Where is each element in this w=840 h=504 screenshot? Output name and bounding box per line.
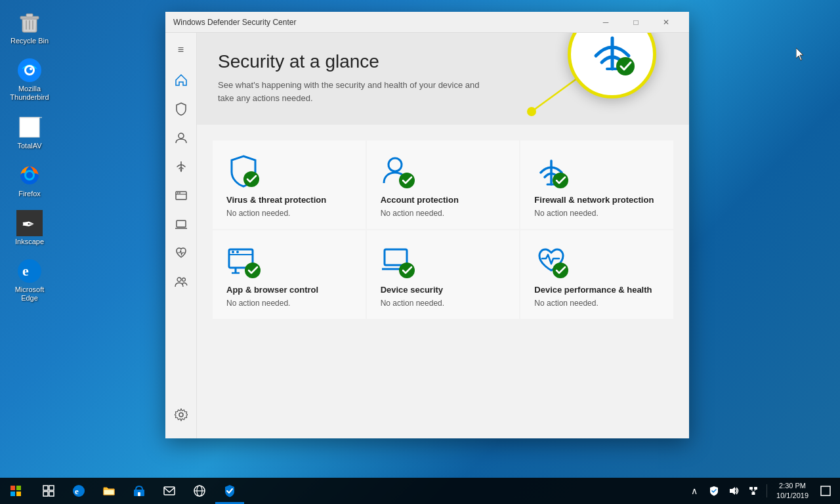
windows-start-icon <box>10 486 21 496</box>
card-title-virus: Virus & threat protection <box>226 195 352 206</box>
svg-rect-74 <box>754 487 757 490</box>
svg-rect-58 <box>16 492 21 496</box>
sidebar-menu-button[interactable]: ≡ <box>168 38 194 62</box>
taskbar-clock[interactable]: 2:30 PM 10/1/2019 <box>771 478 814 504</box>
card-firewall-protection[interactable]: Firewall & network protection No action … <box>520 140 673 229</box>
notification-button[interactable] <box>816 478 835 504</box>
start-button[interactable] <box>0 478 32 504</box>
sidebar-item-firewall[interactable] <box>168 154 194 180</box>
sidebar-bottom <box>168 402 194 433</box>
svg-rect-78 <box>821 486 830 495</box>
desktop: Recycle Bin MozillaThunderbird <box>0 0 840 504</box>
card-virus-protection[interactable]: Virus & threat protection No action need… <box>213 140 366 229</box>
svg-rect-62 <box>49 492 54 496</box>
svg-rect-68 <box>164 487 175 495</box>
desktop-icon-inkscape[interactable]: ✒ Inkscape <box>7 207 52 249</box>
sidebar-item-device[interactable] <box>168 211 194 238</box>
minimize-button[interactable]: ─ <box>591 12 621 33</box>
svg-rect-75 <box>752 492 755 495</box>
taskbar-defender[interactable] <box>215 478 244 504</box>
tray-divider <box>766 484 767 497</box>
svg-point-29 <box>177 278 181 282</box>
network-protection-large-icon <box>586 33 639 81</box>
highlight-circle <box>568 33 656 98</box>
desktop-icon-edge[interactable]: e MicrosoftEdge <box>7 255 52 305</box>
card-title-account: Account protection <box>381 195 506 206</box>
device-health-icon <box>534 244 568 278</box>
sidebar-item-account[interactable] <box>168 125 194 151</box>
svg-point-54 <box>553 262 568 278</box>
recycle-bin-label: Recycle Bin <box>10 37 49 45</box>
svg-rect-61 <box>43 492 48 496</box>
svg-rect-56 <box>16 486 21 490</box>
card-status-browser: No action needed. <box>226 299 352 308</box>
notification-icon <box>820 486 831 496</box>
taskbar-explorer[interactable] <box>94 478 123 504</box>
svg-point-25 <box>177 192 178 194</box>
window-controls: ─ □ ✕ <box>591 12 681 33</box>
svg-point-17 <box>18 259 41 283</box>
close-button[interactable]: ✕ <box>651 12 681 33</box>
taskbar-task-view[interactable] <box>34 478 63 504</box>
card-browser-control[interactable]: App & browser control No action needed. <box>213 230 366 319</box>
tray-defender[interactable] <box>705 478 723 504</box>
taskbar-store[interactable] <box>125 478 154 504</box>
sidebar-item-browser[interactable] <box>168 182 194 209</box>
globe-icon <box>193 484 206 497</box>
browser-control-icon <box>226 244 261 278</box>
desktop-icon-recycle-bin[interactable]: Recycle Bin <box>7 7 52 48</box>
defender-tray-icon <box>709 486 719 496</box>
defender-taskbar-icon <box>223 484 236 497</box>
svg-point-38 <box>388 158 402 171</box>
tray-volume[interactable] <box>724 478 743 504</box>
svg-point-31 <box>179 413 183 417</box>
shield-nav-icon <box>175 102 188 116</box>
thunderbird-icon <box>16 57 43 83</box>
sidebar-item-home[interactable] <box>168 67 194 93</box>
heart-nav-icon <box>175 247 188 260</box>
card-account-protection[interactable]: Account protection No action needed. <box>367 140 520 229</box>
svg-point-9 <box>30 68 32 70</box>
sidebar-item-health[interactable] <box>168 240 194 266</box>
main-content: Security at a glance See what's happenin… <box>197 33 689 438</box>
card-title-browser: App & browser control <box>226 285 352 296</box>
svg-marker-72 <box>730 487 735 495</box>
svg-point-33 <box>527 107 536 116</box>
device-security-icon <box>381 244 415 278</box>
sidebar-item-settings[interactable] <box>168 402 194 428</box>
tray-chevron[interactable]: ∧ <box>685 478 704 504</box>
edge-taskbar-icon: e <box>72 484 85 497</box>
svg-point-42 <box>553 173 568 188</box>
card-title-device-security: Device security <box>381 285 506 296</box>
card-device-security[interactable]: Device security No action needed. <box>367 230 520 319</box>
card-device-health[interactable]: Device performance & health No action ne… <box>520 230 673 319</box>
svg-point-46 <box>236 251 239 253</box>
firefox-label: Firefox <box>18 190 41 198</box>
svg-rect-59 <box>43 486 48 490</box>
window-titlebar: Windows Defender Security Center ─ □ ✕ <box>165 12 689 33</box>
svg-point-45 <box>232 251 234 253</box>
tray-network[interactable] <box>744 478 763 504</box>
taskbar-tray: ∧ <box>685 478 763 504</box>
chevron-up-icon: ∧ <box>691 486 698 496</box>
svg-point-37 <box>243 171 259 187</box>
thunderbird-label: MozillaThunderbird <box>10 85 49 102</box>
desktop-icon-firefox[interactable]: Firefox <box>7 159 52 201</box>
card-status-device-health: No action needed. <box>534 299 660 308</box>
svg-point-53 <box>399 262 415 278</box>
desktop-icon-thunderbird[interactable]: MozillaThunderbird <box>7 54 52 104</box>
person-nav-icon <box>175 131 188 144</box>
taskbar-mail[interactable] <box>155 478 184 504</box>
edge-icon-desktop: e <box>16 258 43 284</box>
card-status-account: No action needed. <box>381 209 506 218</box>
taskbar-edge[interactable]: e <box>64 478 93 504</box>
desktop-icon-totalav[interactable]: TotalAV <box>7 112 52 153</box>
maximize-button[interactable]: □ <box>621 12 651 33</box>
desktop-icons: Recycle Bin MozillaThunderbird <box>0 0 59 312</box>
inkscape-icon: ✒ <box>16 210 43 236</box>
sidebar-item-virus[interactable] <box>168 96 194 122</box>
svg-rect-27 <box>177 220 186 227</box>
sidebar-item-family[interactable] <box>168 269 194 295</box>
taskbar-browser[interactable] <box>185 478 214 504</box>
svg-point-39 <box>399 173 415 188</box>
